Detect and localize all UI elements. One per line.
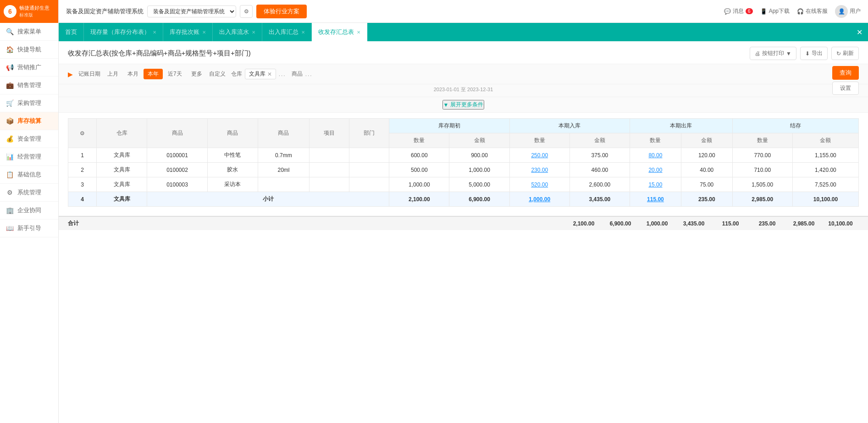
row-in-qty[interactable]: 230.00 [509, 163, 569, 177]
expand-more-button[interactable]: ▼ 展开更多条件 [442, 100, 485, 110]
filter-toggle-icon[interactable]: ▶ [68, 71, 73, 78]
row-warehouse: 文具库 [97, 148, 147, 163]
subtotal-close-amt: 10,100.00 [792, 192, 858, 207]
app-download-action[interactable]: 📱 App下载 [760, 7, 790, 15]
date-buttons: 上月本月本年近7天更多 [103, 69, 206, 79]
refresh-button[interactable]: ↻ 刷新 [831, 47, 859, 60]
inventory-icon: 📦 [6, 117, 14, 125]
sidebar-item-search[interactable]: 🔍搜索菜单 [0, 23, 58, 41]
sidebar-item-label: 基础信息 [17, 170, 41, 179]
printer-icon: 🖨 [755, 50, 760, 57]
out-amt-header: 金额 [681, 133, 732, 148]
row-goods-code: 0100003 [147, 177, 207, 192]
tab-inout-summary[interactable]: 出入库汇总✕ [262, 23, 312, 41]
subtotal-out-qty[interactable]: 115.00 [630, 192, 681, 207]
row-goods-code: 0100002 [147, 163, 207, 177]
total-open-amt: 6,900.00 [602, 220, 639, 227]
tab-recv-send[interactable]: 收发存汇总表✕ [312, 23, 367, 41]
tab-stock-dist[interactable]: 现存量（库存分布表）✕ [84, 23, 163, 41]
row-dept [349, 148, 389, 163]
row-no: 1 [68, 148, 97, 163]
tab-batch[interactable]: 库存批次账✕ [163, 23, 213, 41]
sidebar-item-quick-nav[interactable]: 🏠快捷导航 [0, 41, 58, 59]
sidebar-item-label: 快捷导航 [17, 45, 41, 54]
tab-close-inout-flow[interactable]: ✕ [252, 30, 255, 35]
row-in-qty[interactable]: 250.00 [509, 148, 569, 163]
close-all-tabs[interactable]: ✕ [851, 28, 868, 37]
row-out-qty[interactable]: 15.00 [630, 177, 681, 192]
row-no: 2 [68, 163, 97, 177]
trial-button[interactable]: 体验行业方案 [256, 5, 307, 18]
system-selector[interactable]: 装备及固定资产辅助管理系统 [147, 5, 236, 17]
sidebar-item-label: 采购管理 [17, 99, 41, 107]
sidebar-item-label: 营销推广 [17, 63, 41, 71]
sidebar-item-finance[interactable]: 💰资金管理 [0, 130, 58, 148]
message-label: 消息 [733, 7, 744, 15]
message-action[interactable]: 💬 消息 6 [724, 7, 753, 15]
table-row: 3 文具库 0100003 采访本 1,000.00 5,000.00 520.… [68, 177, 859, 192]
warehouse-tag-close[interactable]: ✕ [267, 71, 272, 77]
date-btn-上月[interactable]: 上月 [103, 69, 122, 79]
row-goods-name: 胶水 [207, 163, 258, 177]
sidebar-item-basic-info[interactable]: 📋基础信息 [0, 166, 58, 184]
settings-filter-button[interactable]: 设置 [832, 82, 859, 95]
warehouse-col-header: 仓库 [97, 119, 147, 148]
sidebar-item-enterprise[interactable]: 🏢企业协同 [0, 202, 58, 220]
export-button[interactable]: ⬇ 导出 [800, 47, 828, 60]
expand-icon: ▼ [443, 102, 449, 108]
goods-spec-col-header: 商品 [258, 119, 310, 148]
total-close-amt: 10,100.00 [822, 220, 859, 227]
row-out-qty[interactable]: 20.00 [630, 163, 681, 177]
date-btn-本月[interactable]: 本月 [123, 69, 143, 79]
sidebar-item-guide[interactable]: 📖新手引导 [0, 220, 58, 237]
sidebar-item-marketing[interactable]: 📢营销推广 [0, 59, 58, 77]
settings-icon[interactable]: ⚙ [240, 5, 253, 18]
finance-icon: 💰 [6, 135, 14, 143]
avatar: 👤 [835, 5, 848, 18]
subtotal-in-qty[interactable]: 1,000.00 [509, 192, 569, 207]
date-btn-更多[interactable]: 更多 [187, 69, 206, 79]
sales-icon: 💼 [6, 82, 14, 89]
tab-close-recv-send[interactable]: ✕ [357, 30, 360, 35]
print-button[interactable]: 🖨 按钮打印 ▼ [750, 47, 796, 60]
subtotal-row: 4 文具库 小计 2,100.00 6,900.00 1,000.00 3,43… [68, 192, 859, 207]
tab-label-batch: 库存批次账 [170, 28, 199, 36]
sidebar-item-sales[interactable]: 💼销售管理 [0, 77, 58, 94]
table-wrapper: ⚙ 仓库 商品 商品 商品 项目 部门 库存期初 本期入库 本期出库 结存 [59, 118, 868, 216]
tab-label-home: 首页 [65, 28, 77, 36]
warehouse-tag-text: 文具库 [249, 70, 265, 78]
tab-inout-flow[interactable]: 出入库流水✕ [213, 23, 262, 41]
tab-close-stock-dist[interactable]: ✕ [153, 30, 156, 35]
tab-bar: 首页现存量（库存分布表）✕库存批次账✕出入库流水✕出入库汇总✕收发存汇总表✕✕ [59, 23, 868, 41]
project-col-header: 项目 [309, 119, 349, 148]
subtotal-label: 小计 [147, 192, 389, 207]
row-goods-spec: 20ml [258, 163, 310, 177]
query-button[interactable]: 查询 [832, 66, 859, 80]
total-values: 2,100.00 6,900.00 1,000.00 3,435.00 115.… [160, 220, 859, 227]
sidebar-item-operation[interactable]: 📊经营管理 [0, 148, 58, 166]
goods-filter-label: 商品 [292, 70, 303, 78]
date-btn-本年[interactable]: 本年 [144, 69, 163, 79]
online-service-label: 在线客服 [806, 7, 828, 15]
tab-close-batch[interactable]: ✕ [202, 30, 206, 35]
tab-close-inout-summary[interactable]: ✕ [301, 30, 305, 35]
row-out-qty[interactable]: 80.00 [630, 148, 681, 163]
tab-home[interactable]: 首页 [59, 23, 84, 41]
online-service-action[interactable]: 🎧 在线客服 [797, 7, 828, 15]
sidebar-item-inventory[interactable]: 📦库存核算 [0, 112, 58, 130]
row-out-amt: 75.00 [681, 177, 732, 192]
guide-icon: 📖 [6, 225, 14, 232]
user-action[interactable]: 👤 用户 [835, 5, 861, 18]
goods-code-col-header: 商品 [147, 119, 207, 148]
row-close-amt: 7,525.00 [792, 177, 858, 192]
subtotal-warehouse: 文具库 [97, 192, 147, 207]
settings-col-header[interactable]: ⚙ [68, 119, 97, 148]
date-btn-近7天[interactable]: 近7天 [164, 69, 186, 79]
row-in-qty[interactable]: 520.00 [509, 177, 569, 192]
sidebar-item-system[interactable]: ⚙系统管理 [0, 184, 58, 202]
opening-group-header: 库存期初 [389, 119, 509, 133]
sidebar-item-purchase[interactable]: 🛒采购管理 [0, 94, 58, 112]
warehouse-more-dots[interactable]: ... [279, 71, 286, 77]
dept-col-header: 部门 [349, 119, 389, 148]
goods-more-dots[interactable]: ... [305, 71, 313, 77]
